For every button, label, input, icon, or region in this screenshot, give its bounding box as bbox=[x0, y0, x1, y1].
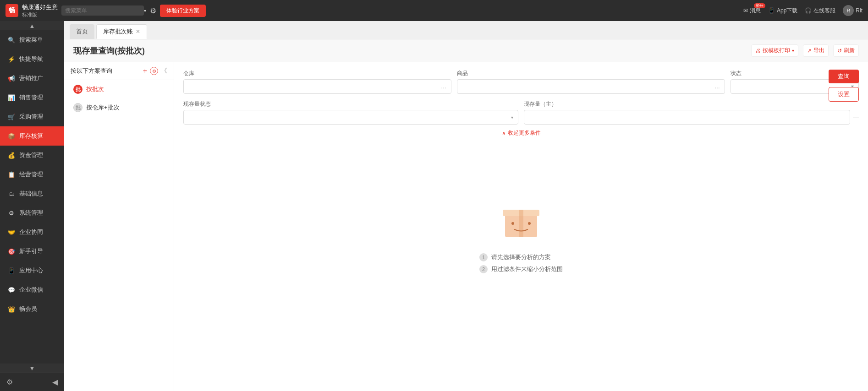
member-icon: 👑 bbox=[7, 305, 16, 313]
warehouse-filter: 仓库 … bbox=[183, 70, 451, 94]
query-button[interactable]: 查询 bbox=[829, 70, 859, 83]
sidebar-item-label: 采购管理 bbox=[19, 113, 43, 121]
sidebar-items: 🔍 搜索菜单 ⚡ 快捷导航 📢 营销推广 📊 销售管理 🛒 采购管理 📦 bbox=[0, 30, 64, 364]
sidebar: ▲ 🔍 搜索菜单 ⚡ 快捷导航 📢 营销推广 📊 销售管理 🛒 采购管理 bbox=[0, 21, 64, 391]
inventory-status-filter: 现存量状态 ▾ bbox=[183, 100, 518, 125]
avatar: R bbox=[843, 5, 854, 16]
sidebar-item-operations[interactable]: 📋 经营管理 bbox=[0, 165, 64, 184]
tip-1-num: 1 bbox=[479, 253, 488, 261]
plan-settings-icon[interactable]: ⚙ bbox=[150, 67, 158, 75]
sidebar-scroll-down[interactable]: ▼ bbox=[0, 364, 64, 373]
search-wrap[interactable]: ▾ bbox=[61, 5, 146, 16]
print-dropdown-icon[interactable]: ▾ bbox=[792, 48, 794, 53]
app-download-button[interactable]: 📱 App下载 bbox=[768, 7, 797, 15]
tab-home[interactable]: 首页 bbox=[70, 24, 94, 39]
inventory-status-arrow: ▾ bbox=[511, 115, 513, 120]
operations-icon: 📋 bbox=[7, 170, 16, 179]
user-area[interactable]: R Rit bbox=[843, 5, 863, 16]
phone-icon: 📱 bbox=[768, 7, 775, 14]
warehouse-input[interactable] bbox=[188, 83, 441, 90]
empty-tip-2: 2 用过滤条件来缩小分析范围 bbox=[479, 265, 563, 273]
tab-batch-account[interactable]: 库存批次账 ✕ bbox=[96, 24, 147, 39]
settings-icon[interactable]: ⚙ bbox=[150, 6, 156, 15]
search-dropdown-icon[interactable]: ▾ bbox=[144, 8, 146, 13]
product-more-icon[interactable]: … bbox=[714, 83, 720, 90]
messages-button[interactable]: ✉ 消息 99+ bbox=[743, 7, 761, 15]
app-logo: 畅 bbox=[5, 4, 18, 17]
left-panel-collapse-icon[interactable]: 《 bbox=[161, 67, 167, 75]
sidebar-item-purchase[interactable]: 🛒 采购管理 bbox=[0, 107, 64, 126]
online-service-button[interactable]: 🎧 在线客服 bbox=[805, 7, 835, 15]
topbar-left: 畅 畅康通好生意 标准版 ▾ ⚙ 体验行业方案 bbox=[5, 3, 206, 18]
plan-item-by-batch[interactable]: 批 按批次 bbox=[64, 80, 174, 98]
page-header-actions: 🖨 按模板打印 ▾ ↗ 导出 ↺ 刷新 bbox=[751, 44, 859, 57]
collapse-more-button[interactable]: ∧ 收起更多条件 bbox=[183, 129, 859, 137]
sidebar-item-basic[interactable]: 🗂 基础信息 bbox=[0, 184, 64, 203]
sidebar-scroll-up[interactable]: ▲ bbox=[0, 21, 64, 30]
sidebar-item-label: 快捷导航 bbox=[19, 55, 43, 63]
purchase-icon: 🛒 bbox=[7, 113, 16, 121]
plan-warehouse-batch-icon: 批 bbox=[73, 103, 82, 112]
headset-icon: 🎧 bbox=[805, 7, 812, 14]
sidebar-item-inventory[interactable]: 📦 库存核算 bbox=[0, 126, 64, 146]
split-layout: 按以下方案查询 + ⚙ 《 批 按批次 批 按仓库+批次 bbox=[64, 62, 868, 391]
warehouse-label: 仓库 bbox=[183, 70, 451, 77]
finance-icon: 💰 bbox=[7, 151, 16, 159]
wechat-icon: 💬 bbox=[7, 286, 16, 294]
warehouse-input-wrap[interactable]: … bbox=[183, 79, 451, 94]
sidebar-item-quick-nav[interactable]: ⚡ 快捷导航 bbox=[0, 49, 64, 69]
sidebar-item-label: 系统管理 bbox=[19, 209, 43, 217]
left-panel-actions: + ⚙ 《 bbox=[143, 67, 167, 75]
search-menu-icon: 🔍 bbox=[7, 36, 16, 44]
sidebar-item-sales[interactable]: 📊 销售管理 bbox=[0, 88, 64, 107]
export-icon: ↗ bbox=[807, 48, 812, 54]
right-panel: 查询 设置 仓库 … bbox=[174, 62, 868, 391]
sidebar-item-label: 基础信息 bbox=[19, 190, 43, 198]
action-buttons: 查询 设置 bbox=[829, 70, 859, 102]
inventory-icon: 📦 bbox=[7, 132, 16, 140]
left-panel: 按以下方案查询 + ⚙ 《 批 按批次 批 按仓库+批次 bbox=[64, 62, 174, 391]
sidebar-item-label: 营销推广 bbox=[19, 74, 43, 82]
sidebar-item-finance[interactable]: 💰 资金管理 bbox=[0, 146, 64, 165]
search-input[interactable] bbox=[61, 5, 144, 16]
sidebar-item-system[interactable]: ⚙ 系统管理 bbox=[0, 203, 64, 223]
refresh-button[interactable]: ↺ 刷新 bbox=[833, 44, 859, 57]
sidebar-collapse-icon[interactable]: ◀ bbox=[52, 378, 58, 386]
sidebar-settings-icon[interactable]: ⚙ bbox=[6, 378, 13, 386]
print-template-button[interactable]: 🖨 按模板打印 ▾ bbox=[751, 44, 798, 57]
system-icon: ⚙ bbox=[7, 209, 16, 217]
plan-item-warehouse-batch[interactable]: 批 按仓库+批次 bbox=[64, 98, 174, 117]
svg-point-4 bbox=[528, 222, 531, 225]
sidebar-item-newbie[interactable]: 🎯 新手引导 bbox=[0, 242, 64, 261]
product-label: 商品 bbox=[457, 70, 725, 77]
settings-button[interactable]: 设置 bbox=[829, 87, 859, 102]
product-input-wrap[interactable]: … bbox=[457, 79, 725, 94]
sidebar-item-label: 资金管理 bbox=[19, 151, 43, 159]
tab-home-label: 首页 bbox=[76, 27, 88, 36]
refresh-label: 刷新 bbox=[844, 47, 855, 54]
trial-button[interactable]: 体验行业方案 bbox=[160, 5, 206, 17]
export-button[interactable]: ↗ 导出 bbox=[803, 44, 829, 57]
sidebar-item-label: 应用中心 bbox=[19, 266, 43, 275]
product-input[interactable] bbox=[462, 83, 714, 90]
tip-2-num: 2 bbox=[479, 265, 488, 273]
sidebar-item-wechat[interactable]: 💬 企业微信 bbox=[0, 280, 64, 299]
print-template-label: 按模板打印 bbox=[763, 47, 790, 54]
warehouse-more-icon[interactable]: … bbox=[441, 83, 446, 90]
sidebar-item-marketing[interactable]: 📢 营销推广 bbox=[0, 69, 64, 88]
add-plan-icon[interactable]: + bbox=[143, 67, 147, 75]
tab-close-icon[interactable]: ✕ bbox=[136, 28, 140, 35]
sidebar-item-member[interactable]: 👑 畅会员 bbox=[0, 299, 64, 319]
empty-tips: 1 请先选择要分析的方案 2 用过滤条件来缩小分析范围 bbox=[479, 253, 563, 273]
sidebar-item-enterprise[interactable]: 🤝 企业协同 bbox=[0, 223, 64, 242]
left-panel-header: 按以下方案查询 + ⚙ 《 bbox=[64, 62, 174, 80]
svg-rect-2 bbox=[519, 210, 523, 237]
topbar: 畅 畅康通好生意 标准版 ▾ ⚙ 体验行业方案 ✉ 消息 99+ 📱 App下载… bbox=[0, 0, 868, 21]
inventory-status-dropdown[interactable]: ▾ bbox=[183, 110, 518, 125]
sidebar-item-app-center[interactable]: 📱 应用中心 bbox=[0, 261, 64, 280]
sidebar-item-search-menu[interactable]: 🔍 搜索菜单 bbox=[0, 30, 64, 49]
inventory-main-from[interactable] bbox=[524, 110, 850, 125]
topbar-right: ✉ 消息 99+ 📱 App下载 🎧 在线客服 R Rit bbox=[743, 5, 863, 16]
collapse-more-icon: ∧ bbox=[502, 130, 506, 136]
marketing-icon: 📢 bbox=[7, 74, 16, 82]
